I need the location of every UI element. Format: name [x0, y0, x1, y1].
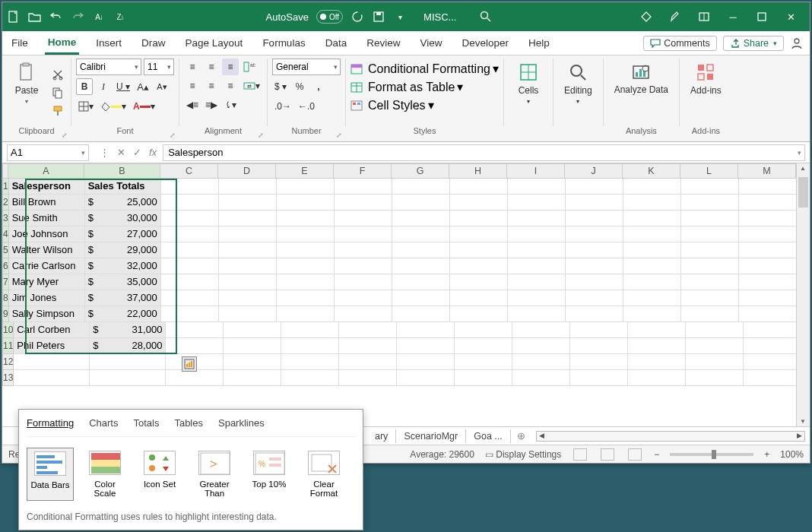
cell[interactable]: Bill Brown — [9, 195, 85, 211]
tab-home[interactable]: Home — [45, 32, 80, 55]
increase-indent-icon[interactable]: ≡▶ — [203, 97, 220, 113]
cell[interactable]: $29,000 — [85, 242, 161, 258]
redo-icon[interactable] — [71, 10, 84, 24]
cell[interactable]: $22,000 — [85, 306, 161, 322]
align-bottom-icon[interactable]: ≡ — [222, 59, 239, 75]
col-header[interactable]: F — [334, 163, 392, 179]
fill-color-icon[interactable]: ▾ — [98, 98, 128, 115]
row-header[interactable]: 9 — [2, 306, 9, 322]
conditional-formatting-button[interactable]: Conditional Formatting ▾ — [350, 62, 499, 76]
col-header[interactable]: L — [680, 163, 738, 179]
clipboard-launcher-icon[interactable]: ⤢ — [62, 131, 68, 139]
font-launcher-icon[interactable]: ⤢ — [170, 131, 176, 139]
bold-button[interactable]: B — [76, 78, 93, 95]
qa-tab-totals[interactable]: Totals — [133, 414, 159, 432]
row-header[interactable]: 7 — [2, 274, 9, 290]
qa-item-top10[interactable]: % Top 10% — [246, 448, 293, 501]
cell[interactable]: $35,000 — [85, 274, 161, 290]
col-header[interactable]: G — [392, 163, 449, 179]
qa-item-iconset[interactable]: Icon Set — [136, 448, 183, 501]
format-as-table-button[interactable]: Format as Table ▾ — [350, 80, 499, 94]
cancel-formula-icon[interactable]: ✕ — [117, 147, 125, 158]
editing-button[interactable]: Editing▾ — [558, 59, 598, 126]
addins-button[interactable]: Add-ins — [684, 59, 728, 126]
open-file-icon[interactable] — [28, 10, 42, 24]
select-all-corner[interactable] — [2, 163, 8, 179]
accounting-icon[interactable]: $ ▾ — [272, 78, 289, 95]
copy-icon[interactable] — [49, 84, 66, 101]
font-color-icon[interactable]: A▾ — [131, 98, 157, 115]
display-settings-button[interactable]: ▭ Display Settings — [485, 449, 561, 460]
borders-icon[interactable]: ▾ — [76, 98, 96, 115]
share-button[interactable]: Share▾ — [723, 36, 784, 51]
cell[interactable]: Salesperson — [9, 179, 85, 195]
merge-cells-icon[interactable]: ⇄▾ — [241, 78, 262, 94]
sheet-tab[interactable]: ary — [367, 429, 396, 443]
cell[interactable]: $32,000 — [85, 258, 161, 274]
namebox-menu-icon[interactable]: ⋮ — [100, 147, 109, 158]
quick-analysis-icon[interactable] — [182, 356, 197, 372]
account-icon[interactable] — [790, 36, 804, 50]
alignment-launcher-icon[interactable]: ⤢ — [258, 131, 264, 139]
format-painter-icon[interactable] — [49, 103, 66, 119]
number-launcher-icon[interactable]: ⤢ — [336, 131, 342, 139]
zoom-in-icon[interactable]: + — [764, 449, 769, 460]
paste-button[interactable]: Paste ▾ — [7, 59, 46, 126]
col-header[interactable]: J — [565, 163, 623, 179]
fx-icon[interactable]: fx — [149, 147, 157, 158]
decrease-font-icon[interactable]: A▾ — [154, 78, 170, 95]
worksheet-grid[interactable]: A B C D E F G H I J K L M 1SalespersonSa… — [2, 163, 810, 426]
cell[interactable]: Mary Myer — [9, 274, 85, 290]
diamond-icon[interactable] — [639, 10, 653, 24]
tab-developer[interactable]: Developer — [458, 33, 512, 53]
col-header[interactable]: H — [449, 163, 507, 179]
undo-icon[interactable] — [49, 10, 63, 24]
row-header[interactable]: 5 — [2, 242, 9, 258]
qa-tab-formatting[interactable]: Formatting — [27, 414, 74, 432]
tab-file[interactable]: File — [8, 33, 31, 53]
cell[interactable]: $28,000 — [90, 338, 166, 354]
wrap-text-icon[interactable]: ab — [241, 59, 258, 75]
col-header[interactable]: B — [84, 163, 160, 179]
font-name-combo[interactable]: Calibri — [76, 59, 141, 75]
new-sheet-icon[interactable]: ⊕ — [511, 430, 531, 442]
cell[interactable]: $30,000 — [85, 211, 161, 226]
cell[interactable]: Walter Wilson — [9, 242, 85, 258]
cells-button[interactable]: Cells▾ — [509, 59, 548, 126]
analyze-data-button[interactable]: Analyze Data — [608, 59, 674, 126]
qa-tab-sparklines[interactable]: Sparklines — [218, 414, 265, 432]
align-middle-icon[interactable]: ≡ — [203, 59, 220, 75]
sort-asc-icon[interactable]: A↓ — [92, 10, 106, 24]
sync-icon[interactable] — [350, 10, 364, 24]
cell[interactable]: Phil Peters — [14, 338, 90, 354]
row-header[interactable]: 6 — [2, 258, 9, 274]
italic-button[interactable]: I — [95, 78, 112, 95]
row-header[interactable]: 11 — [2, 338, 14, 354]
enter-formula-icon[interactable]: ✓ — [133, 147, 141, 158]
cell[interactable]: Sue Smith — [9, 211, 85, 226]
comma-icon[interactable]: , — [310, 78, 327, 95]
qa-item-databars[interactable]: Data Bars — [27, 448, 74, 501]
qa-tab-charts[interactable]: Charts — [89, 414, 118, 432]
cell[interactable]: Jim Jones — [9, 290, 85, 306]
col-header[interactable]: D — [218, 163, 276, 179]
search-icon[interactable] — [479, 10, 493, 24]
row-header[interactable]: 3 — [2, 211, 9, 226]
align-left-icon[interactable]: ≡ — [184, 78, 201, 94]
view-pagelayout-icon[interactable] — [601, 448, 614, 461]
name-box[interactable]: A1 — [7, 144, 89, 161]
qa-tab-tables[interactable]: Tables — [174, 414, 203, 432]
comments-button[interactable]: Comments — [643, 36, 716, 51]
zoom-out-icon[interactable]: − — [654, 449, 659, 460]
minimize-icon[interactable]: ─ — [726, 10, 740, 24]
cell[interactable]: Sally Simpson — [9, 306, 85, 322]
sort-desc-icon[interactable]: Z↓ — [113, 10, 127, 24]
cell[interactable]: $27,000 — [85, 226, 161, 242]
font-size-combo[interactable]: 11 — [144, 59, 174, 75]
cell[interactable]: $37,000 — [85, 290, 161, 306]
qat-more-icon[interactable]: ▾ — [393, 10, 407, 24]
increase-decimal-icon[interactable]: .0→ — [272, 98, 293, 115]
cell[interactable]: Sales Totals — [85, 179, 161, 195]
tab-review[interactable]: Review — [363, 33, 403, 53]
align-right-icon[interactable]: ≡ — [222, 78, 239, 94]
